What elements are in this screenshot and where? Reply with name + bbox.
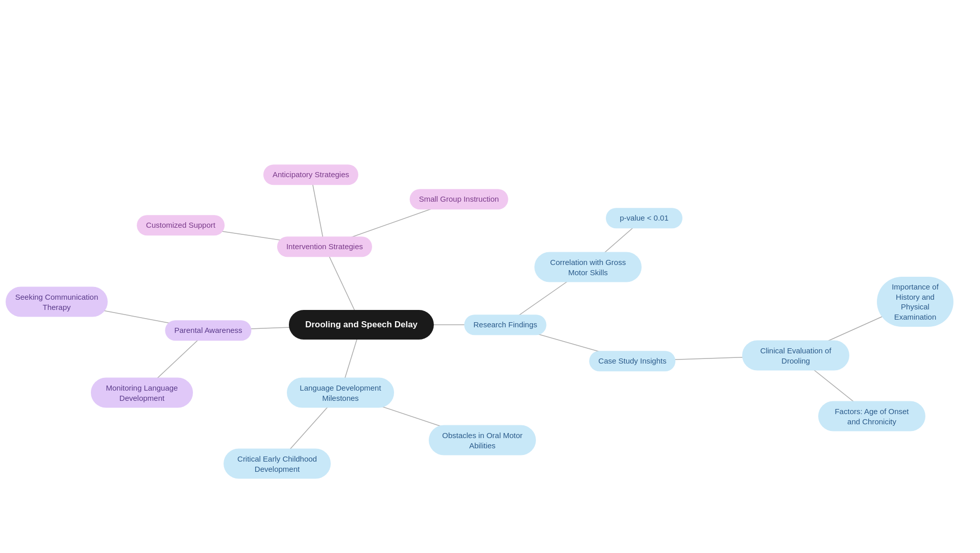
node-customized[interactable]: Customized Support <box>137 215 225 235</box>
node-parental[interactable]: Parental Awareness <box>165 320 251 341</box>
node-case_study[interactable]: Case Study Insights <box>589 351 675 371</box>
node-language_dev[interactable]: Language Development Milestones <box>287 378 394 408</box>
node-intervention[interactable]: Intervention Strategies <box>277 236 372 257</box>
node-correlation[interactable]: Correlation with Gross Motor Skills <box>534 252 642 282</box>
node-factors[interactable]: Factors: Age of Onset and Chronicity <box>818 401 925 431</box>
connections-svg <box>0 0 980 553</box>
mind-map: Drooling and Speech DelayIntervention St… <box>0 0 980 553</box>
node-obstacles[interactable]: Obstacles in Oral Motor Abilities <box>429 425 536 455</box>
node-research[interactable]: Research Findings <box>464 315 546 335</box>
node-small_group[interactable]: Small Group Instruction <box>410 189 508 209</box>
node-importance[interactable]: Importance of History and Physical Exami… <box>877 277 953 327</box>
node-anticipatory[interactable]: Anticipatory Strategies <box>263 164 358 185</box>
node-clinical[interactable]: Clinical Evaluation of Drooling <box>742 341 849 371</box>
node-central[interactable]: Drooling and Speech Delay <box>289 310 434 340</box>
node-critical[interactable]: Critical Early Childhood Development <box>224 449 331 479</box>
svg-line-1 <box>311 175 325 247</box>
node-monitoring[interactable]: Monitoring Language Development <box>91 378 193 408</box>
node-seeking_comm[interactable]: Seeking Communication Therapy <box>6 287 108 317</box>
node-pvalue[interactable]: p-value < 0.01 <box>606 208 682 228</box>
